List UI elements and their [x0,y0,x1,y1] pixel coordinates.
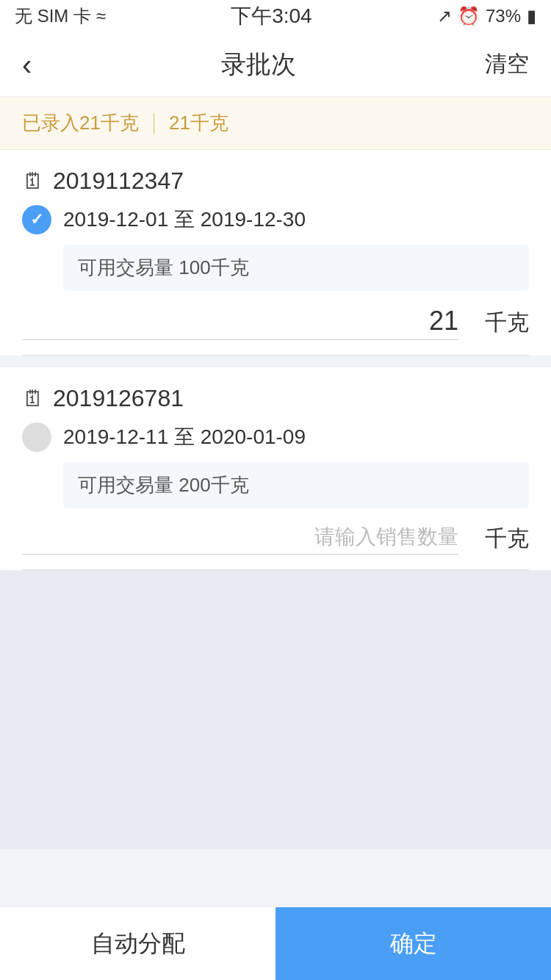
batch-2-card: 🗓 2019126781 2019-12-11 至 2020-01-09 可用交… [0,367,551,570]
recorded-label: 已录入21千克 [22,110,139,136]
batch-2-qty-row: 请输入销售数量 千克 [0,508,551,569]
back-button[interactable]: ‹ [22,50,32,79]
batch-2-number: 2019126781 [53,385,184,412]
batch-2-qty-unit: 千克 [485,524,529,554]
auto-distribute-button[interactable]: 自动分配 [0,907,276,980]
status-right: ↗ ⏰ 73% ▮ [437,6,536,26]
summary-banner: 已录入21千克 21千克 [0,97,551,150]
battery-icon: ▮ [527,6,536,26]
batch-2-icon: 🗓 [22,386,44,411]
batch-1-qty-row: 21 千克 [0,291,551,355]
location-icon: ↗ [437,6,452,26]
empty-area [0,570,551,849]
batch-1-avail: 可用交易量 100千克 [63,245,529,291]
sim-label: 无 SIM 卡 ≈ [15,4,106,28]
batch-1-header: 🗓 2019112347 [22,167,529,195]
nav-bar: ‹ 录批次 清空 [0,32,551,97]
batch-1-date-row[interactable]: ✓ 2019-12-01 至 2019-12-30 [22,205,529,234]
batch-1-date: 2019-12-01 至 2019-12-30 [63,206,306,234]
check-icon: ✓ [30,210,43,229]
batch-1-qty-unit: 千克 [485,308,529,338]
alarm-icon: ⏰ [458,6,480,26]
summary-divider [154,113,154,134]
batch-1-qty-input-wrap[interactable]: 21 [22,306,458,340]
status-time: 下午3:04 [231,2,312,30]
bottom-bar: 自动分配 确定 [0,907,551,980]
clear-button[interactable]: 清空 [485,49,529,79]
status-left: 无 SIM 卡 ≈ [15,4,106,28]
page-title: 录批次 [221,48,296,82]
batch-2-qty-input-wrap[interactable]: 请输入销售数量 [22,523,458,555]
batch-1-radio[interactable]: ✓ [22,205,51,234]
batch-1-icon: 🗓 [22,169,44,194]
batch-1-separator [22,355,529,356]
batch-1-card: 🗓 2019112347 ✓ 2019-12-01 至 2019-12-30 可… [0,150,551,356]
status-bar: 无 SIM 卡 ≈ 下午3:04 ↗ ⏰ 73% ▮ [0,0,551,32]
batch-1-number: 2019112347 [53,167,184,195]
batch-2-radio[interactable] [22,422,51,452]
total-label: 21千克 [169,110,228,136]
batch-2-qty-placeholder[interactable]: 请输入销售数量 [314,523,458,551]
battery-label: 73% [486,6,521,26]
batch-1-qty-value[interactable]: 21 [429,306,458,336]
batch-2-date: 2019-12-11 至 2020-01-09 [63,423,306,451]
batch-2-avail: 可用交易量 200千克 [63,462,529,508]
batch-2-date-row[interactable]: 2019-12-11 至 2020-01-09 [22,422,529,452]
batch-2-header: 🗓 2019126781 [22,385,529,412]
confirm-button[interactable]: 确定 [276,907,551,980]
